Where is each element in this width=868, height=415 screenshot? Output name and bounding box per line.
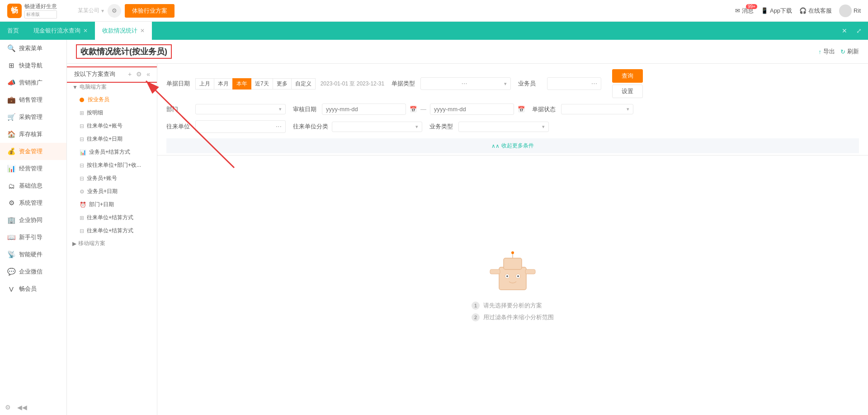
tab-home[interactable]: 首页 [0, 22, 26, 40]
sidebar-item-purchase[interactable]: 🛒 采购管理 [0, 108, 66, 126]
voucher-type-more-icon[interactable]: ··· [461, 80, 467, 88]
trial-button[interactable]: 体验行业方案 [125, 4, 175, 18]
counterpart-category-select[interactable]: ▾ [332, 122, 422, 132]
app-download-button[interactable]: 📱 App下载 [761, 7, 792, 15]
date-tab-this-year[interactable]: 本年 [232, 78, 251, 90]
sidebar-item-operations[interactable]: 📊 经营管理 [0, 160, 66, 177]
query-button[interactable]: 查询 [612, 69, 643, 83]
tab-bank-flow-label: 现金银行流水查询 [33, 27, 80, 35]
date-tab-custom[interactable]: 自定义 [291, 78, 316, 90]
user-avatar [839, 5, 852, 17]
right-content: 收款情况统计(按业务员) ↑ 导出 ↻ 刷新 按以下方案查询 + [67, 40, 868, 415]
tab-bank-flow-close[interactable]: ✕ [83, 28, 88, 34]
sidebar-item-enterprise[interactable]: 🏢 企业协同 [0, 212, 66, 229]
dept-select[interactable]: ▾ [195, 104, 286, 114]
business-type-select[interactable]: ▾ [458, 122, 549, 132]
gear-button[interactable]: ⚙ [108, 4, 121, 18]
export-button[interactable]: ↑ 导出 [819, 47, 835, 56]
scheme-add-button[interactable]: + [127, 70, 133, 78]
voucher-type-dropdown-icon: ▾ [504, 81, 507, 87]
sidebar-collapse-icon[interactable]: ◀◀ [16, 403, 28, 411]
tab-collection-stat-close[interactable]: ✕ [140, 28, 145, 34]
app-download-icon: 📱 [761, 7, 768, 14]
sidebar-item-wechat[interactable]: 💬 企业微信 [0, 263, 66, 280]
scheme-item-unit-settle1[interactable]: ⊞ 往来单位+结算方式 [67, 211, 157, 224]
filter-box: 单据日期 上月 本月 本年 近7天 更多 自定义 2023-01-01 至 20… [157, 64, 868, 156]
review-date-from-calendar-icon[interactable]: 📅 [410, 106, 417, 113]
filter-counterpart-item: 往来单位 ··· [166, 120, 286, 133]
sidebar-item-finance[interactable]: 💰 资金管理 [0, 143, 66, 160]
scheme-item-by-salesperson[interactable]: 按业务员 [67, 93, 157, 106]
tab-collection-stat-label: 收款情况统计 [102, 27, 137, 35]
tab-bank-flow[interactable]: 现金银行流水查询 ✕ [26, 22, 95, 40]
scheme-item-salesperson-settle[interactable]: 📊 业务员+结算方式 [67, 146, 157, 159]
salesperson-more-icon[interactable]: ··· [591, 80, 597, 88]
date-tab-this-month[interactable]: 本月 [214, 78, 233, 90]
date-tab-7days[interactable]: 近7天 [251, 78, 273, 90]
date-tab-last-month[interactable]: 上月 [195, 78, 214, 90]
sidebar-item-smart-hardware[interactable]: 📡 智能硬件 [0, 246, 66, 263]
page-title: 收款情况统计(按业务员) [76, 44, 172, 59]
sidebar-item-basic-info[interactable]: 🗂 基础信息 [0, 177, 66, 194]
filter-voucher-status-label: 单据状态 [532, 105, 557, 113]
sidebar-item-inventory[interactable]: 🏠 库存核算 [0, 126, 66, 143]
counterpart-more-icon[interactable]: ··· [276, 123, 282, 131]
tab-home-label: 首页 [7, 27, 19, 35]
filter-row-3: 往来单位 ··· 往来单位分类 ▾ [166, 120, 859, 133]
scheme-item-label: 往来单位+日期 [87, 135, 123, 143]
online-service-button[interactable]: 🎧 在线客服 [799, 7, 832, 15]
sidebar-item-search-menu[interactable]: 🔍 搜索菜单 [0, 40, 66, 57]
tab-close-all-button[interactable]: ✕ [839, 26, 850, 35]
sidebar-item-quick-nav[interactable]: ⊞ 快捷导航 [0, 57, 66, 74]
scheme-header: 按以下方案查询 + ⚙ « [67, 67, 157, 81]
desktop-group-title[interactable]: ▼ 电脑端方案 [67, 81, 157, 93]
voucher-status-select[interactable]: ▾ [561, 104, 633, 114]
scheme-item-icon-sp-settle: 📊 [80, 149, 86, 156]
scheme-item-sp-date[interactable]: ⚙ 业务员+日期 [67, 185, 157, 198]
dept-dropdown-icon: ▾ [279, 106, 282, 112]
scheme-item-unit-account[interactable]: ⊟ 往来单位+账号 [67, 119, 157, 132]
scheme-item-sp-account[interactable]: ⊟ 业务员+账号 [67, 172, 157, 185]
sidebar-settings-icon[interactable]: ⚙ [4, 403, 12, 411]
review-date-from-input[interactable] [322, 104, 406, 115]
sidebar: 🔍 搜索菜单 ⊞ 快捷导航 📣 营销推广 💼 销售管理 🛒 采购管理 🏠 库存核… [0, 40, 67, 415]
scheme-item-unit-date[interactable]: ⊟ 往来单位+日期 [67, 132, 157, 146]
scheme-item-unit-dept[interactable]: ⊟ 按往来单位+部门+收... [67, 159, 157, 172]
scheme-item-label: 业务员+日期 [87, 188, 118, 195]
sidebar-item-system[interactable]: ⚙ 系统管理 [0, 194, 66, 212]
date-tab-more[interactable]: 更多 [273, 78, 292, 90]
scheme-collapse-button[interactable]: « [145, 70, 151, 78]
scheme-item-dept-date[interactable]: ⏰ 部门+日期 [67, 198, 157, 211]
voucher-type-select[interactable]: ··· ▾ [420, 77, 511, 90]
sidebar-item-member[interactable]: V 畅会员 [0, 280, 66, 297]
business-type-dropdown-icon: ▾ [542, 124, 545, 130]
message-badge: 99+ [746, 4, 757, 9]
message-button[interactable]: ✉ 消息 99+ [735, 7, 754, 15]
review-date-to-calendar-icon[interactable]: 📅 [518, 106, 525, 113]
sidebar-enterprise-label: 企业协同 [19, 216, 42, 224]
breadcrumb-dropdown-icon[interactable]: ▾ [101, 8, 104, 14]
sidebar-operations-label: 经营管理 [19, 165, 42, 173]
filter-salesperson-label: 业务员 [518, 80, 543, 88]
mobile-group-title[interactable]: ▶ 移动端方案 [67, 237, 157, 250]
review-date-to-input[interactable] [430, 104, 514, 115]
tab-maximize-button[interactable]: ⤢ [854, 26, 864, 35]
counterpart-category-dropdown-icon: ▾ [415, 124, 418, 130]
user-name: Rit [854, 7, 861, 14]
sidebar-item-sales[interactable]: 💼 销售管理 [0, 91, 66, 108]
scheme-panel: 按以下方案查询 + ⚙ « ▼ 电脑端方案 [67, 64, 157, 415]
refresh-button[interactable]: ↻ 刷新 [840, 47, 859, 56]
filter-voucher-status-item: 单据状态 ▾ [532, 104, 633, 114]
salesperson-select[interactable]: ··· [547, 77, 601, 90]
scheme-item-by-detail[interactable]: ⊞ 按明细 [67, 106, 157, 119]
counterpart-select[interactable]: ··· [195, 120, 286, 133]
scheme-settings-button[interactable]: ⚙ [135, 70, 143, 78]
filter-dept-item: 部门 ▾ [166, 104, 286, 114]
sidebar-item-guide[interactable]: 📖 新手引导 [0, 229, 66, 246]
scheme-item-unit-settle2[interactable]: ⊟ 往来单位+结算方式 [67, 224, 157, 237]
collapse-bar[interactable]: ∧∧ 收起更多条件 [166, 138, 859, 153]
sidebar-item-marketing[interactable]: 📣 营销推广 [0, 74, 66, 91]
user-area[interactable]: Rit [839, 5, 861, 17]
settings-button[interactable]: 设置 [612, 85, 643, 98]
tab-collection-stat[interactable]: 收款情况统计 ✕ [95, 22, 152, 40]
